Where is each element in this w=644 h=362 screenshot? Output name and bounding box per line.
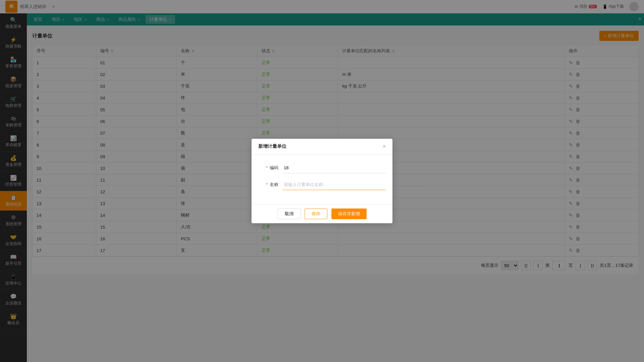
modal-header: 新增计量单位 × <box>252 139 392 155</box>
required-star-code: * <box>266 165 268 170</box>
modal-title: 新增计量单位 <box>258 143 286 149</box>
save-and-new-button[interactable]: 保存并新增 <box>331 208 367 219</box>
cancel-button[interactable]: 取消 <box>278 208 301 219</box>
form-label-code: * 编码 <box>258 165 278 171</box>
modal-body: * 编码 * 名称 <box>252 155 392 204</box>
save-button[interactable]: 保存 <box>305 208 327 219</box>
modal-overlay[interactable]: 新增计量单位 × * 编码 * 名称 取消 保存 保存并新增 <box>0 0 644 362</box>
code-input[interactable] <box>282 163 386 173</box>
required-star-name: * <box>266 182 268 187</box>
form-row-name: * 名称 <box>258 179 386 190</box>
modal-close-btn[interactable]: × <box>383 143 386 149</box>
modal-add-unit: 新增计量单位 × * 编码 * 名称 取消 保存 保存并新增 <box>252 139 392 223</box>
form-label-name: * 名称 <box>258 182 278 188</box>
modal-footer: 取消 保存 保存并新增 <box>252 204 392 223</box>
form-row-code: * 编码 <box>258 163 386 173</box>
name-input[interactable] <box>282 179 386 190</box>
